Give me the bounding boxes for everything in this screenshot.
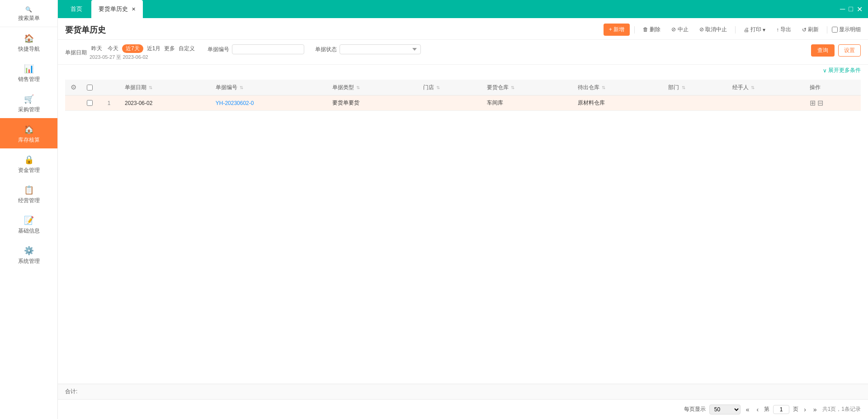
summary-row: 合计: [58,384,868,399]
col-handler-header[interactable]: 经手人 ⇅ [728,80,805,95]
sidebar-item-finance[interactable]: 🔒 资金管理 [0,148,57,179]
row-action: ⊞ ⊟ [805,95,861,111]
select-all-checkbox[interactable] [87,85,93,90]
cancel-stop-button[interactable]: ⊘ 取消中止 [696,24,731,35]
display-detail-checkbox[interactable] [832,27,838,33]
sidebar-label-inventory: 库存核算 [18,136,40,144]
next-page-button[interactable]: › [802,405,808,414]
system-icon: ⚙️ [24,246,34,256]
content-area: 要货单历史 + 新增 🗑 删除 ⊘ 中止 ⊘ 取消中止 🖨 打印 ▾ ↑ [58,18,868,419]
doc-number-input[interactable] [232,44,304,54]
sidebar: 🔍 搜索菜单 🏠 快捷导航 📊 销售管理 🛒 采购管理 🏠 库存核算 🔒 资金管… [0,0,58,419]
col-settings: ⚙ [65,80,81,95]
close-button[interactable]: ✕ [857,5,863,14]
shortcut-1month[interactable]: 近1月 [145,44,163,53]
column-settings-icon[interactable]: ⚙ [70,83,77,91]
row-checkbox[interactable] [87,100,93,106]
new-button[interactable]: + 新增 [604,24,630,36]
doc-status-label: 单据状态 [315,46,337,53]
table-row: 1 2023-06-02 YH-20230602-0 要货单要货 车间库 原材料… [65,95,861,111]
toolbar: + 新增 🗑 删除 ⊘ 中止 ⊘ 取消中止 🖨 打印 ▾ ↑ 导出 [604,24,861,36]
sidebar-item-quick-nav[interactable]: 🏠 快捷导航 [0,27,57,57]
sort-req-warehouse-icon: ⇅ [511,85,514,90]
row-date: 2023-06-02 [120,95,211,111]
sales-icon: 📊 [24,64,34,74]
setting-button[interactable]: 设置 [838,44,861,57]
sort-date-icon: ⇅ [149,85,152,90]
tab-home[interactable]: 首页 [63,0,90,18]
shortcut-yesterday[interactable]: 昨天 [90,44,104,53]
sidebar-item-inventory[interactable]: 🏠 库存核算 [0,118,57,148]
col-index-header [98,80,120,95]
inventory-icon: 🏠 [24,124,34,134]
prev-page-button[interactable]: ‹ [755,405,761,414]
sort-number-icon: ⇅ [240,85,243,90]
row-department [664,95,727,111]
sidebar-item-sales[interactable]: 📊 销售管理 [0,57,57,88]
shortcut-more[interactable]: 更多 [164,45,175,52]
query-button[interactable]: 查询 [811,44,835,57]
sidebar-label-operation: 经营管理 [18,197,40,205]
delete-button[interactable]: 🗑 删除 [639,24,664,35]
summary-label: 合计: [65,388,77,395]
row-edit-icon[interactable]: ⊞ [810,99,816,107]
col-department-header[interactable]: 部门 ⇅ [664,80,727,95]
refresh-label: 刷新 [808,26,819,33]
print-button[interactable]: 🖨 打印 ▾ [740,24,769,35]
export-button[interactable]: ↑ 导出 [773,24,795,35]
row-settings-cell [65,95,81,111]
sidebar-item-system[interactable]: ⚙️ 系统管理 [0,239,57,270]
sidebar-label-search: 搜索菜单 [18,14,40,22]
col-pending-warehouse-header[interactable]: 待出仓库 ⇅ [573,80,664,95]
pagination-bar: 每页显示 50 10 20 100 « ‹ 第 页 › » 共1页，1条记录 [58,399,868,419]
print-arrow: ▾ [763,27,765,33]
filter-doc-number: 单据编号 [208,44,304,54]
expand-more-button[interactable]: ∨ 展开更多条件 [823,67,861,77]
finance-icon: 🔒 [24,155,34,165]
row-number: YH-20230602-0 [211,95,328,111]
basic-icon: 📝 [24,215,34,225]
last-page-button[interactable]: » [811,405,819,414]
sidebar-item-basic[interactable]: 📝 基础信息 [0,209,57,239]
doc-status-select[interactable] [340,44,421,54]
expand-bar: ∨ 展开更多条件 [58,65,868,80]
shortcut-custom[interactable]: 自定义 [177,44,197,53]
sidebar-item-search-menu[interactable]: 🔍 搜索菜单 [0,0,57,27]
page-size-select[interactable]: 50 10 20 100 [709,405,741,414]
table-container: ⚙ 单据日期 ⇅ [58,80,868,384]
search-icon: 🔍 [25,6,32,13]
tab-history-close[interactable]: ✕ [132,6,136,12]
col-number-header[interactable]: 单据编号 ⇅ [211,80,328,95]
sort-store-icon: ⇅ [436,85,440,90]
shortcut-7days[interactable]: 近7天 [122,44,143,53]
sidebar-item-operation[interactable]: 📋 经营管理 [0,179,57,209]
row-index: 1 [98,95,120,111]
col-date-header[interactable]: 单据日期 ⇅ [120,80,211,95]
col-req-warehouse-header[interactable]: 要货仓库 ⇅ [482,80,573,95]
sidebar-item-purchase[interactable]: 🛒 采购管理 [0,88,57,118]
page-label: 第 [764,405,769,413]
stop-button[interactable]: ⊘ 中止 [668,24,692,35]
sidebar-label-quick-nav: 快捷导航 [18,45,40,53]
maximize-button[interactable]: □ [849,5,853,13]
page-unit: 页 [793,405,798,413]
tab-history[interactable]: 要货单历史 ✕ [91,0,143,18]
first-page-button[interactable]: « [744,405,751,414]
display-detail-toggle[interactable]: 显示明细 [832,26,861,33]
main-area: 首页 要货单历史 ✕ ─ □ ✕ 要货单历史 + 新增 🗑 删除 ⊘ 中 [58,0,868,419]
table-header-row: ⚙ 单据日期 ⇅ [65,80,861,95]
separator-1 [634,26,635,33]
row-more-icon[interactable]: ⊟ [817,99,823,107]
col-store-header[interactable]: 门店 ⇅ [419,80,482,95]
page-size-label: 每页显示 [684,405,706,413]
doc-number-label: 单据编号 [208,46,229,53]
minimize-button[interactable]: ─ [840,5,845,13]
shortcut-today[interactable]: 今天 [106,44,120,53]
refresh-button[interactable]: ↺ 刷新 [798,24,822,35]
topbar: 首页 要货单历史 ✕ ─ □ ✕ [58,0,868,18]
page-number-input[interactable] [773,405,789,414]
home-icon: 🏠 [24,33,34,43]
date-shortcuts: 昨天 今天 近7天 近1月 更多 自定义 [90,44,197,53]
row-number-link[interactable]: YH-20230602-0 [216,100,254,106]
col-type-header[interactable]: 单据类型 ⇅ [328,80,419,95]
